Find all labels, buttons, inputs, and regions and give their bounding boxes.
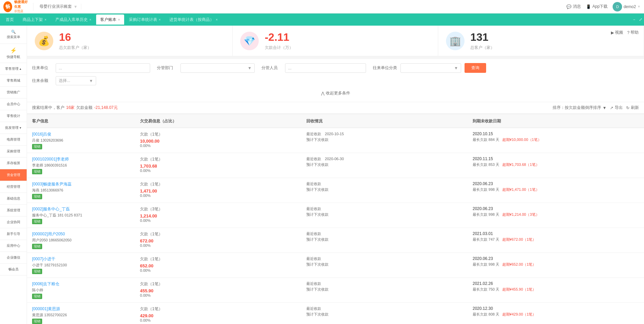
table-row: [0002]服务中心_丁磊 服务中心_丁磊 181 0125 8371 现销 欠… [27,203,644,228]
app-download-btn[interactable]: 📱 App下载 [586,4,608,9]
tab-minimize-icon[interactable]: － [632,17,636,23]
debt-cell: 欠款（1笔） 1,471.00 0.00% [140,181,306,198]
avatar: D [613,2,622,11]
tab-close-icon[interactable]: × [45,18,47,22]
debt-customers-icon: 💰 [34,31,54,51]
customer-name-link[interactable]: [0002]服务中心_丁磊 [32,206,140,212]
customer-name-link[interactable]: [0003]畅捷服务尹海蕊 [32,181,140,187]
chevron-up-icon: ⋀ [321,91,325,96]
export-btn[interactable]: ↗ 导出 [610,105,623,111]
customer-name-link[interactable]: [0006]去下粮仓 [32,281,140,287]
tab-close-icon[interactable]: × [118,18,120,22]
logo-text: 畅捷通好生意 示范店 [14,0,30,13]
stat-debt-customers: 💰 16 总欠款客户（家） [27,26,233,56]
sidebar-item-purchase-mgmt[interactable]: 采购管理 [0,146,27,157]
sort-control[interactable]: 排序：按欠款金额倒序排序 ▼ [553,105,607,111]
total-customers-icon: 🏢 [445,31,465,51]
due-date-cell: 2021.02.26 最长欠款 750 天 超期¥455.90（1笔） [473,281,639,292]
table-row: [0001020001]李老师 李老师 18600391516 现销 欠款（1笔… [27,153,644,178]
sidebar-item-sys-mgmt[interactable]: 系统管理 [0,205,27,216]
col-recovery: 回收情况 [306,118,473,124]
search-button[interactable]: 查询 [465,63,486,73]
company-selector[interactable]: 母婴行业演示账套 ▼ [36,4,81,9]
user-menu[interactable]: D demo2 ▼ [613,2,641,11]
balance-select[interactable]: 选择... ▼ [56,76,96,85]
source-category-input[interactable]: ▼ [400,63,461,73]
search-menu-btn[interactable]: 🔍 搜索菜单 [2,28,25,41]
sidebar-item-quick-nav[interactable]: ⚡ 快捷导航 [0,44,27,63]
sidebar-item-corp-collab[interactable]: 企业协同 [0,216,27,228]
tab-products-off[interactable]: 商品上下架 × [19,14,51,25]
sidebar-item-retail-stats[interactable]: 零售统计 [0,110,27,122]
col-debt-info: 欠交易信息（占比） [140,118,306,124]
due-date-cell: 2020.06.23 最长欠款 998 天 超期¥652.00（1笔） [473,256,639,267]
sidebar-item-retail-mall[interactable]: 零售商城 [0,75,27,87]
sidebar-search-area: 🔍 搜索菜单 [0,26,27,44]
tab-customer-account[interactable]: 客户账本 × [96,14,124,25]
overdue-link[interactable]: 超期¥652.00（1笔） [502,262,536,266]
overdue-link[interactable]: 超期¥1,471.00（1笔） [502,187,539,192]
message-btn[interactable]: 💬 消息 [566,4,581,9]
sidebar-item-inventory[interactable]: 库存核算 [0,157,27,169]
recovery-cell: 最近收款 预计下次收款 [306,281,473,293]
customer-name-link[interactable]: [0001020001]李老师 [32,156,140,162]
debt-cell: 欠款（1笔） 429.00 0.00% [140,306,306,322]
customer-cell: [0006]去下粮仓 陈小帅 现销 [32,281,140,299]
table-row: [0006]去下粮仓 陈小帅 现销 欠款（1笔） 455.90 0.00% 最近… [27,278,644,303]
refresh-icon: ↻ [626,106,629,110]
sidebar-item-ecommerce[interactable]: 电商管理 [0,134,27,146]
tab-stock-summary[interactable]: 进货单统计表（按商品） × [165,14,222,25]
stat-total-customers: 🏢 131 总客户（家） ▶ 视频 ? 帮助 [438,26,644,56]
tab-close-icon[interactable]: × [89,18,91,22]
refresh-btn[interactable]: ↻ 刷新 [626,105,639,111]
debt-customers-info: 16 总欠款客户（家） [59,31,226,51]
tab-close-icon[interactable]: × [159,18,161,22]
overdue-link[interactable]: 超期¥672.00（1笔） [502,237,536,241]
sidebar-item-capital-mgmt[interactable]: 资金管理 [0,169,27,181]
dept-input[interactable]: ▼ [180,63,255,73]
customer-name-link[interactable]: [0007]小进干 [32,256,140,262]
customer-cell: [0002]服务中心_丁磊 服务中心_丁磊 181 0125 8371 现销 [32,206,140,224]
sidebar-item-marketing[interactable]: 营销推广 [0,87,27,98]
tab-close-icon[interactable]: × [216,18,218,22]
manager-input[interactable]: ... [285,63,366,73]
sidebar-item-member-center[interactable]: 会员中心 [0,98,27,110]
sidebar-item-app-center[interactable]: 应用中心 [0,240,27,252]
sidebar-item-batch-mgmt[interactable]: 批发管理 ▼ [0,122,27,134]
overdue-link[interactable]: 超期¥1,214.00（3笔） [502,212,539,216]
customer-cell: [0003]畅捷服务尹海蕊 海燕 18513066976 现销 [32,181,140,199]
collapse-btn[interactable]: ⋀ 收起更多条件 [32,89,639,98]
sidebar-item-basic-info[interactable]: 基础信息 [0,193,27,205]
recovery-cell: 最近收款 预计下次收款 [306,206,473,218]
chevron-down-icon: ▼ [603,106,607,110]
table-row: [0016]吕俊 吕俊 13026203696 现销 欠款（1笔） 10,000… [27,128,644,153]
sidebar-item-retail-mgmt[interactable]: 零售管理 ▲ [0,63,27,75]
source-unit-input[interactable]: ... [56,63,150,73]
due-date-cell: 2020.10.15 最长欠款 884 天 超期¥10,000.00（1笔） [473,131,639,142]
video-btn[interactable]: ▶ 视频 [611,30,623,35]
sidebar-item-corp-wechat[interactable]: 企业微信 [0,252,27,264]
help-btn[interactable]: ? 帮助 [627,30,639,35]
col-due-date: 到期未收款日期 [473,118,639,124]
sidebar-item-new-guide[interactable]: 新手引导 [0,228,27,240]
results-controls: 排序：按欠款金额倒序排序 ▼ ↗ 导出 ↻ 刷新 [553,105,639,111]
overdue-link[interactable]: 超期¥10,000.00（1笔） [502,138,541,142]
overdue-link[interactable]: 超期¥1,703.68（1笔） [502,163,539,167]
customer-name-link[interactable]: [000002]用户2050 [32,231,140,237]
customer-name-link[interactable]: [0016]吕俊 [32,131,140,137]
sidebar-item-vip-member[interactable]: 畅会员 [0,264,27,275]
tab-bar-controls: － ⤢ [632,17,642,23]
stat-debt-total: 💎 -2.11 欠款合计（万） [233,26,439,56]
due-date-cell: 2020.06.23 最长欠款 998 天 超期¥1,214.00（3笔） [473,206,639,217]
tab-expand-icon[interactable]: ⤢ [639,17,642,22]
stat-actions: ▶ 视频 ? 帮助 [611,30,639,35]
tab-purchase-summary[interactable]: 采购订单统计表 × [125,14,165,25]
customer-name-link[interactable]: [000001]黄思源 [32,306,140,312]
main-layout: 🔍 搜索菜单 ⚡ 快捷导航 零售管理 ▲ 零售商城 营销推广 会员中心 零售统计… [0,26,644,324]
stats-row: 💰 16 总欠款客户（家） 💎 -2.11 欠款合计（万） [27,26,644,56]
tab-home[interactable]: 首页 [2,14,18,25]
overdue-link[interactable]: 超期¥455.90（1笔） [502,287,536,291]
tab-product-history[interactable]: 产成品入库单历史 × [51,14,95,25]
overdue-link[interactable]: 超期¥429.00（1笔） [502,312,536,316]
sidebar-item-ops-mgmt[interactable]: 经营管理 [0,181,27,193]
